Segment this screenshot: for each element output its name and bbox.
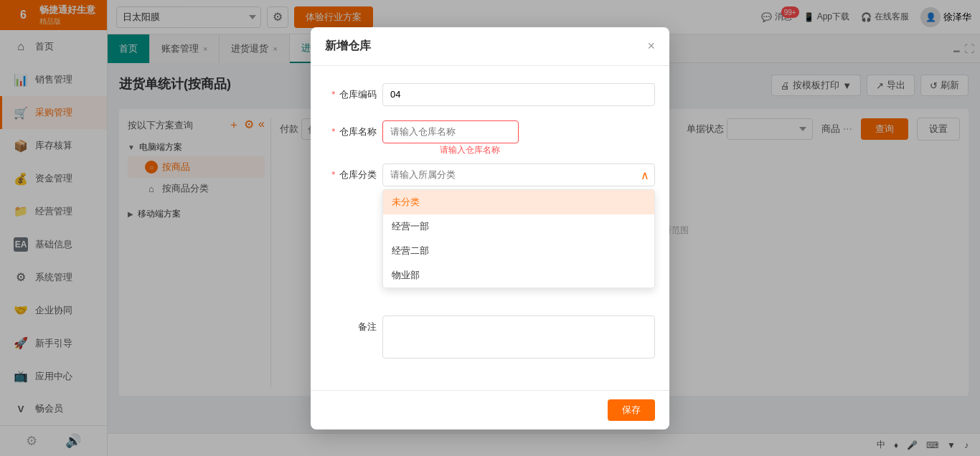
code-field-row: * 仓库编码 xyxy=(325,83,655,106)
required-star: * xyxy=(331,169,335,180)
modal-close-button[interactable]: × xyxy=(647,39,655,54)
add-warehouse-modal: 新增仓库 × * 仓库编码 * 仓库名称 请输入仓库名称 xyxy=(311,27,669,429)
code-input[interactable] xyxy=(382,83,655,106)
name-input-wrapper: 请输入仓库名称 xyxy=(382,120,655,143)
dropdown-item-0[interactable]: 未分类 xyxy=(383,190,654,214)
code-label: * 仓库编码 xyxy=(325,83,382,101)
dropdown-arrow-icon[interactable]: ∧ xyxy=(641,168,649,181)
category-label: * 仓库分类 xyxy=(325,163,382,181)
required-star: * xyxy=(331,126,335,137)
name-label: * 仓库名称 xyxy=(325,120,382,138)
modal-title: 新增仓库 xyxy=(325,39,371,54)
note-label: 备注 xyxy=(325,315,382,333)
modal-overlay[interactable]: 新增仓库 × * 仓库编码 * 仓库名称 请输入仓库名称 xyxy=(0,0,980,456)
name-field-row: * 仓库名称 请输入仓库名称 xyxy=(325,120,655,143)
dropdown-item-1[interactable]: 经营一部 xyxy=(383,214,654,239)
category-field-row: * 仓库分类 ∧ 未分类 经营一部 经营二部 物业部 xyxy=(325,163,655,186)
note-textarea[interactable] xyxy=(382,315,655,358)
modal-body: * 仓库编码 * 仓库名称 请输入仓库名称 * xyxy=(311,66,669,390)
dropdown-item-3[interactable]: 物业部 xyxy=(383,263,654,288)
name-input[interactable] xyxy=(382,120,519,143)
category-dropdown-wrapper: ∧ 未分类 经营一部 经营二部 物业部 xyxy=(382,163,655,186)
category-dropdown-list: 未分类 经营一部 经营二部 物业部 xyxy=(382,189,655,288)
name-error-msg: 请输入仓库名称 xyxy=(440,144,500,156)
category-input[interactable] xyxy=(382,163,655,186)
dropdown-item-2[interactable]: 经营二部 xyxy=(383,239,654,263)
modal-footer: 保存 xyxy=(311,390,669,429)
modal-header: 新增仓库 × xyxy=(311,27,669,66)
note-field-row: 备注 xyxy=(325,315,655,358)
save-button[interactable]: 保存 xyxy=(608,399,655,421)
required-star: * xyxy=(331,89,335,100)
